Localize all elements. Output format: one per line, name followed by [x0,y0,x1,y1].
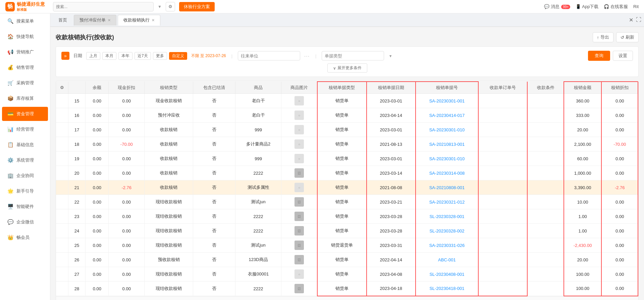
sidebar-item-basic-info[interactable]: 📋 基础信息 [2,138,48,152]
user-name[interactable]: Rit [633,4,639,9]
guide-icon: 🌟 [7,188,14,194]
filter-expand-btn[interactable]: » [61,52,69,60]
message-link[interactable]: 💬 消息 99+ [544,4,570,10]
tab-bar: 首页 预付冲应付单 ✕ 收款核销执行 ✕ ✕ ⛶ [50,13,644,27]
sidebar-item-smart-hw[interactable]: 🖥️ 智能硬件 [2,200,48,214]
date-more[interactable]: 更多 [153,52,167,60]
cell-writeoff-discount: -70.00 [601,137,638,152]
cell-goods-image: ○ [281,94,317,108]
bill-no-link[interactable]: SL-20230328-001 [429,214,464,219]
cell-balance: 0.00 [86,108,109,123]
date-7days[interactable]: 近7天 [135,52,151,60]
bill-no-link[interactable]: SA-20210813-001 [429,142,465,147]
date-custom[interactable]: 自定义 [169,52,187,60]
cell-writeoff-type: 收款核销 [145,166,193,180]
col-writeoff-type: 核销类型 [145,82,193,94]
cell-writeoff-bill-no: SL-20230328-001 [416,209,478,224]
app-download-link[interactable]: 📱 App下载 [576,4,598,10]
cell-writeoff-amount: 3,390.00 [564,180,602,195]
expand-more-section: ∨ 展开更多条件 [61,63,633,73]
from-unit-input[interactable] [238,51,300,60]
app-version: 标准版 [17,7,45,12]
cell-goods: 测试jun [235,195,281,209]
cell-balance: 0.00 [86,123,109,137]
dropdown-toggle[interactable]: ▼ [158,4,162,9]
export-button[interactable]: ↑ 导出 [593,32,614,42]
online-service-link[interactable]: 🎧 在线客服 [604,4,628,10]
sidebar-item-sales[interactable]: 💰 销售管理 [2,60,48,75]
col-settings[interactable]: ⚙ [56,82,68,94]
bill-no-link[interactable]: SA-20230314-008 [429,171,465,176]
cell-goods-image: 🖼 [281,224,317,238]
bill-no-link[interactable]: SA-20230321-012 [429,200,465,205]
sidebar-item-wechat[interactable]: 💬 企业微信 [2,215,48,229]
goods-image-thumb: 🖼 [294,255,304,264]
sidebar-item-guide[interactable]: 🌟 新手引导 [2,184,48,198]
sidebar-item-system[interactable]: ⚙️ 系统管理 [2,153,48,167]
cell-writeoff-bill-date: 2023-04-14 [367,108,416,123]
cell-writeoff-bill-date: 2023-03-01 [367,94,416,108]
query-button[interactable]: 查询 [588,51,610,61]
cell-writeoff-amount: -2,430.00 [564,238,602,253]
tab-close-prepay[interactable]: ✕ [108,18,111,23]
purchase-icon: 🛒 [7,80,14,86]
maximize-icon[interactable]: ⛶ [636,17,641,23]
expand-more-button[interactable]: ∨ 展开更多条件 [327,63,367,73]
bill-type-input[interactable] [322,51,384,60]
search-input[interactable] [53,2,154,11]
date-this-month[interactable]: 本月 [102,52,116,60]
cell-cash-discount: 0.00 [109,94,145,108]
table-scroll[interactable]: ⚙ 余额 现金折扣 核销类型 包含已结清 商品 商品图片 核销单据类型 核销单据… [56,81,638,296]
bill-no-link[interactable]: SL-20230328-002 [429,228,464,233]
cell-include-settled: 否 [193,166,235,180]
bill-no-link[interactable]: SA-20210808-001 [429,185,465,190]
settings-icon[interactable]: ⚙ [166,2,175,11]
cell-writeoff-bill-no: SA-20230331-026 [416,238,478,253]
col-writeoff-discount: 核销折扣 [601,82,638,94]
sidebar-item-inventory[interactable]: 📦 库存核算 [2,91,48,105]
tab-receipt-writeoff[interactable]: 收款核销执行 ✕ [118,15,160,26]
cell-settings [56,123,68,137]
date-this-year[interactable]: 本年 [118,52,132,60]
tab-prepay[interactable]: 预付冲应付单 ✕ [74,15,116,26]
sidebar-item-operations[interactable]: 📊 经营管理 [2,122,48,136]
bill-no-link[interactable]: SA-20230301-010 [429,156,465,161]
bill-no-link[interactable]: ABC-001 [438,257,456,262]
cell-include-settled: 否 [193,238,235,253]
close-tab-icon[interactable]: ✕ [629,17,633,23]
sidebar-item-search-menu[interactable]: 🔍 搜索菜单 [2,14,48,28]
sidebar-label: 系统管理 [16,157,34,163]
cell-goods: 2222 [235,209,281,224]
logo-icon: 畅 [5,2,15,11]
bill-no-link[interactable]: SA-20230331-026 [429,243,465,248]
cell-settings [56,180,68,195]
cell-cash-discount: 0.00 [109,224,145,238]
cell-goods: 测试jun [235,238,281,253]
industry-btn[interactable]: 休验行业方案 [179,2,215,11]
cell-goods-image: ○ [281,180,317,195]
filter-settings-button[interactable]: 设置 [613,51,633,61]
bill-no-link[interactable]: SA-20230414-017 [429,113,465,118]
goods-image-thumb: 🖼 [294,226,304,235]
date-last-month[interactable]: 上月 [86,52,100,60]
cell-balance: 0.00 [86,253,109,267]
bill-no-link[interactable]: SA-20230301-001 [429,98,465,103]
sidebar-item-marketing[interactable]: 📢 营销推广 [2,45,48,59]
member-icon: 👑 [7,234,14,241]
col-writeoff-bill-date: 核销单据日期 [367,82,416,94]
sidebar-item-quick-nav[interactable]: 🏠 快捷导航 [2,30,48,44]
refresh-button[interactable]: ↺ 刷新 [616,32,639,42]
table-row: 20 0.00 0.00 收款核销 否 2222 🖼 销货单 2023-03-1… [56,166,638,180]
app-name: 畅捷通好生意 [17,1,45,7]
sidebar-item-finance[interactable]: 💳 资金管理 [2,107,48,121]
tab-home[interactable]: 首页 [53,15,72,26]
sidebar-item-enterprise[interactable]: 🏢 企业协同 [2,169,48,183]
bill-no-link[interactable]: SL-20230408-001 [429,272,464,277]
tab-close-receipt[interactable]: ✕ [152,18,155,23]
bill-no-link[interactable]: SA-20230301-010 [429,127,465,132]
cell-settings [56,195,68,209]
bill-no-link[interactable]: SL-20230418-001 [429,286,464,291]
sidebar-label: 库存核算 [16,95,34,101]
sidebar-item-member[interactable]: 👑 畅会员 [2,230,48,245]
sidebar-item-purchase[interactable]: 🛒 采购管理 [2,76,48,90]
